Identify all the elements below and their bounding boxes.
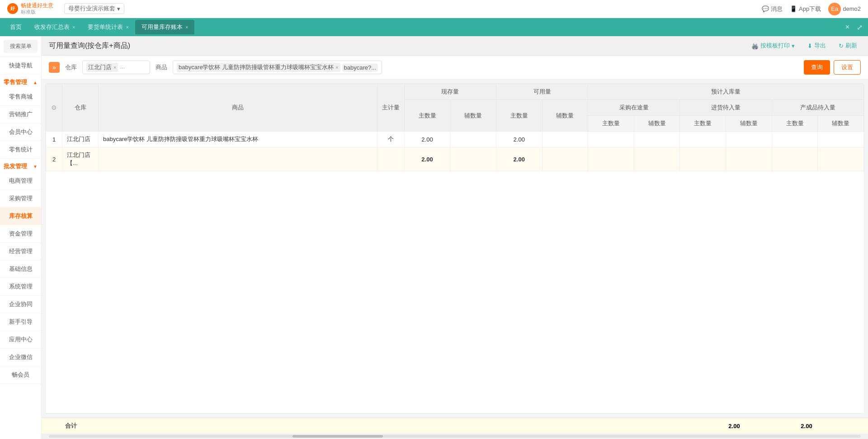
retail-mgmt-label: 零售管理 xyxy=(4,78,27,86)
tab-available-stock[interactable]: 可用量库存账本 × xyxy=(135,20,194,34)
product-tag-2-value: babycare?... xyxy=(344,64,377,71)
warehouse-more[interactable]: ··· xyxy=(120,64,125,71)
wholesale-arrow: ▼ xyxy=(33,164,38,169)
row1-warehouse: 江北门店 xyxy=(62,132,99,147)
row1-production-aux xyxy=(818,132,864,147)
col-gear[interactable]: ⚙ xyxy=(46,84,62,132)
sidebar-item-newbie[interactable]: 新手引导 xyxy=(0,313,41,331)
sidebar-item-vip[interactable]: 畅会员 xyxy=(0,366,41,384)
top-bar-left: 好 畅捷通好生意 标准版 母婴行业演示账套 ▾ xyxy=(7,2,124,15)
member-label: 会员中心 xyxy=(9,128,33,135)
sidebar-item-retail-mgmt[interactable]: 零售管理 ▲ xyxy=(0,75,41,88)
sidebar-item-retail-store[interactable]: 零售商城 xyxy=(0,88,41,106)
page-title: 可用量查询(按仓库+商品) xyxy=(49,41,130,51)
vip-label: 畅会员 xyxy=(12,371,29,378)
query-btn[interactable]: 查询 xyxy=(804,60,830,75)
user-area[interactable]: Ea demo2 xyxy=(828,3,861,15)
sidebar-item-system[interactable]: 系统管理 xyxy=(0,278,41,296)
expand-btn[interactable]: ⤢ xyxy=(855,21,864,33)
row2-current-aux xyxy=(450,147,496,171)
sidebar-item-purchase[interactable]: 采购管理 xyxy=(0,190,41,208)
tab-requisition-close[interactable]: × xyxy=(126,24,128,30)
app-download-btn[interactable]: 📱 App下载 xyxy=(790,5,821,13)
product-tag-2: babycare?... xyxy=(342,64,378,71)
message-btn[interactable]: 💬 消息 xyxy=(762,5,783,13)
sidebar-item-finance[interactable]: 资金管理 xyxy=(0,225,41,243)
row2-product xyxy=(99,147,377,171)
tab-home[interactable]: 首页 xyxy=(4,20,28,34)
row2-index: 2 xyxy=(46,147,62,171)
row1-incoming-aux xyxy=(726,132,772,147)
product-tag-1-remove[interactable]: × xyxy=(335,65,338,70)
sidebar-item-inventory[interactable]: 库存核算 xyxy=(0,208,41,225)
sidebar-item-member[interactable]: 会员中心 xyxy=(0,123,41,141)
table-container: ⚙ 仓库 商品 主计量 现存量 可用量 预计入库量 主数量 辅数量 主数量 辅数… xyxy=(45,83,864,414)
sidebar-item-ecommerce[interactable]: 电商管理 xyxy=(0,172,41,190)
row2-incoming-aux xyxy=(726,147,772,171)
appstore-label: 应用中心 xyxy=(9,336,33,343)
row1-production-main xyxy=(772,132,818,147)
export-label: 导出 xyxy=(814,42,826,50)
gear-icon[interactable]: ⚙ xyxy=(51,104,57,111)
sidebar-item-appstore[interactable]: 应用中心 xyxy=(0,331,41,349)
scroll-thumb[interactable] xyxy=(292,435,383,438)
sidebar-item-wechat[interactable]: 企业微信 xyxy=(0,349,41,366)
retail-stats-label: 零售统计 xyxy=(9,146,33,153)
filter-bar: » 仓库 江北门店 × ··· 商品 babycare学饮杯 儿童防摔防撞吸管杯… xyxy=(42,56,868,80)
wholesale-mgmt-label: 批发管理 xyxy=(4,162,27,170)
quick-nav-label: 快捷导航 xyxy=(9,62,33,69)
print-dropdown-icon: ▾ xyxy=(792,42,795,49)
col-production-aux: 辅数量 xyxy=(818,116,864,132)
sidebar-item-retail-stats[interactable]: 零售统计 xyxy=(0,141,41,159)
close-all-btn[interactable]: × xyxy=(844,21,851,33)
message-label: 消息 xyxy=(771,5,783,13)
logo-text-area: 畅捷通好生意 标准版 xyxy=(21,2,53,15)
main-layout: 搜索菜单 快捷导航 零售管理 ▲ 零售商城 营销推广 会员中心 零售统计 批发管… xyxy=(0,36,868,439)
row2-purchase-main xyxy=(588,147,634,171)
newbie-label: 新手引导 xyxy=(9,318,33,325)
sidebar-item-enterprise[interactable]: 企业协同 xyxy=(0,296,41,313)
col-forecast-header: 预计入库量 xyxy=(588,84,864,100)
print-btn[interactable]: 🖨️ 按模板打印 ▾ xyxy=(748,40,798,52)
printer-icon: 🖨️ xyxy=(751,42,759,49)
row2-unit xyxy=(377,147,404,171)
total-label: 合计 xyxy=(65,422,101,430)
row1-index: 1 xyxy=(46,132,62,147)
settings-btn[interactable]: 设置 xyxy=(834,60,861,75)
sidebar-item-basics[interactable]: 基础信息 xyxy=(0,260,41,278)
warehouse-tag-remove[interactable]: × xyxy=(113,65,116,70)
page-header: 可用量查询(按仓库+商品) 🖨️ 按模板打印 ▾ ⬇ 导出 ↻ 刷新 xyxy=(42,36,868,56)
col-incoming-header: 进货待入量 xyxy=(680,100,772,116)
warehouse-tag: 江北门店 × xyxy=(86,63,118,72)
product-input[interactable]: babycare学饮杯 儿童防摔防撞吸管杯重力球吸嘴杯宝宝水杯 × babyca… xyxy=(173,61,382,74)
scroll-track[interactable] xyxy=(49,435,861,438)
col-incoming-main: 主数量 xyxy=(680,116,726,132)
inventory-label: 库存核算 xyxy=(9,212,33,219)
sidebar-item-operations[interactable]: 经营管理 xyxy=(0,243,41,260)
tab-receive-send[interactable]: 收发存汇总表 × xyxy=(28,20,81,34)
refresh-btn[interactable]: ↻ 刷新 xyxy=(835,40,861,52)
export-btn[interactable]: ⬇ 导出 xyxy=(804,40,830,52)
warehouse-input[interactable]: 江北门店 × ··· xyxy=(82,61,150,74)
sidebar-search-btn[interactable]: 搜索菜单 xyxy=(4,40,38,53)
header-actions: 🖨️ 按模板打印 ▾ ⬇ 导出 ↻ 刷新 xyxy=(748,40,861,52)
tab-requisition[interactable]: 要货单统计表 × xyxy=(81,20,135,34)
tab-available-stock-close[interactable]: × xyxy=(185,24,188,30)
avatar: Ea xyxy=(828,3,841,15)
avatar-text: Ea xyxy=(831,5,838,12)
col-purchase-aux: 辅数量 xyxy=(634,116,680,132)
total-current-main: 2.00 xyxy=(716,423,752,430)
filter-expand-btn[interactable]: » xyxy=(49,62,60,73)
industry-selector[interactable]: 母婴行业演示账套 ▾ xyxy=(64,3,124,14)
col-available-header: 可用量 xyxy=(496,84,588,100)
sidebar-item-marketing[interactable]: 营销推广 xyxy=(0,106,41,123)
tab-available-stock-label: 可用量库存账本 xyxy=(142,23,183,31)
sidebar-item-quick-nav[interactable]: 快捷导航 xyxy=(0,57,41,75)
sidebar-item-wholesale-mgmt[interactable]: 批发管理 ▼ xyxy=(0,159,41,172)
col-purchase-header: 采购在途量 xyxy=(588,100,680,116)
row1-current-main: 2.00 xyxy=(404,132,450,147)
refresh-label: 刷新 xyxy=(845,42,857,50)
tab-receive-send-close[interactable]: × xyxy=(72,24,75,30)
tab-requisition-label: 要货单统计表 xyxy=(88,23,123,31)
warehouse-label: 仓库 xyxy=(65,63,77,71)
